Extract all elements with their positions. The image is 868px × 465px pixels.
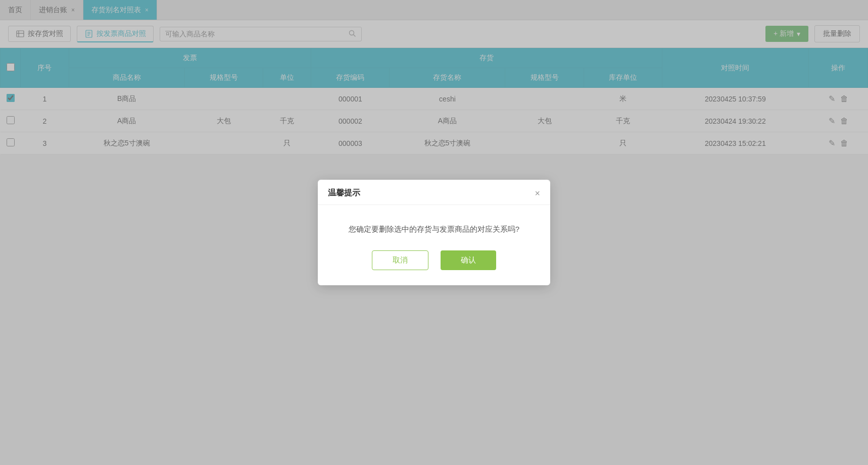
dialog-overlay: 温馨提示 × 您确定要删除选中的存货与发票商品的对应关系吗? 取消 确认	[0, 0, 868, 154]
